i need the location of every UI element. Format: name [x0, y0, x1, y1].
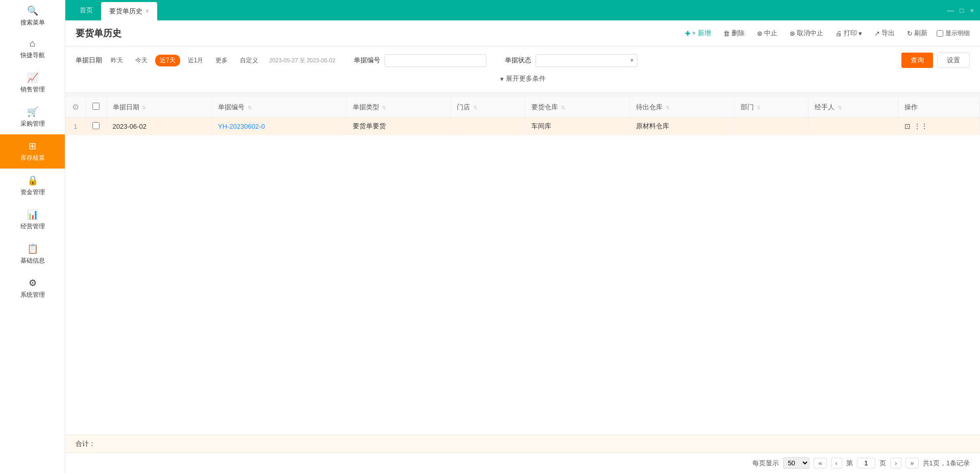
first-page-button[interactable]: «	[814, 458, 826, 468]
sort-req-warehouse-icon[interactable]: ⇅	[561, 105, 565, 110]
sidebar-item-finance[interactable]: 🔒 资金管理	[0, 169, 65, 203]
table-header-row: ⚙ 单据日期 ⇅ 单据编号 ⇅	[65, 97, 980, 117]
row-req-warehouse: 车间库	[525, 117, 630, 135]
date-filter-label: 单据日期	[76, 56, 102, 65]
sidebar-item-label: 库存核算	[20, 154, 45, 162]
next-page-button[interactable]: ›	[890, 458, 901, 468]
more-icon[interactable]: ⋮⋮	[914, 122, 928, 130]
date-btn-today[interactable]: 今天	[131, 55, 152, 66]
sort-handler-icon[interactable]: ⇅	[838, 105, 842, 110]
sales-icon: 📈	[27, 72, 38, 83]
pagination-bar: 每页显示 10 20 50 100 « ‹ 第 页 › » 共1页，1条记录	[65, 453, 980, 473]
purchase-icon: 🛒	[27, 106, 38, 117]
sidebar-item-quick-nav[interactable]: ⌂ 快捷导航	[0, 32, 65, 66]
expand-more-icon: ▾	[500, 75, 504, 83]
date-btn-yesterday[interactable]: 昨天	[106, 55, 128, 66]
table-container: ⚙ 单据日期 ⇅ 单据编号 ⇅	[65, 97, 980, 435]
inventory-icon: ⊞	[29, 140, 36, 152]
row-pending-warehouse: 原材料仓库	[629, 117, 734, 135]
settings-gear-icon[interactable]: ⚙	[72, 103, 79, 111]
sidebar-item-inventory[interactable]: ⊞ 库存核算	[0, 134, 65, 169]
last-page-button[interactable]: »	[905, 458, 918, 468]
delete-label: 删除	[731, 29, 745, 38]
cancel-stop-button[interactable]: ⊗ 取消中止	[787, 27, 826, 40]
display-detail-checkbox[interactable]: 显示明细	[937, 29, 970, 38]
sidebar-item-basic[interactable]: 📋 基础信息	[0, 237, 65, 271]
refresh-button[interactable]: ↻ 刷新	[904, 27, 930, 40]
basic-icon: 📋	[27, 243, 38, 254]
status-filter: 单据状态 ▾	[505, 54, 638, 67]
display-detail-input[interactable]	[937, 30, 943, 37]
row-doc-date: 2023-06-02	[106, 117, 212, 135]
window-maximize-icon[interactable]: □	[960, 7, 964, 14]
doc-number-input[interactable]	[384, 54, 486, 67]
sort-doc-no-icon[interactable]: ⇅	[248, 105, 252, 110]
sort-department-icon[interactable]: ⇅	[756, 105, 761, 110]
stop-icon: ⊗	[757, 30, 763, 37]
query-button[interactable]: 查询	[901, 53, 933, 68]
tab-close-icon[interactable]: ×	[145, 8, 149, 15]
delete-button[interactable]: 🗑 删除	[720, 27, 748, 40]
home-icon: ⌂	[30, 38, 35, 49]
table-area: ⚙ 单据日期 ⇅ 单据编号 ⇅	[65, 97, 980, 473]
date-btn-1month[interactable]: 近1月	[183, 55, 208, 66]
th-doc-date-label: 单据日期	[113, 103, 139, 111]
sidebar-item-label: 系统管理	[20, 291, 45, 299]
print-icon: 🖨	[836, 30, 842, 37]
sidebar-item-sales[interactable]: 📈 销售管理	[0, 66, 65, 100]
export-button[interactable]: ↗ 导出	[871, 27, 898, 40]
sort-doc-type-icon[interactable]: ⇅	[382, 105, 386, 110]
th-store-label: 门店	[457, 103, 470, 111]
sort-doc-date-icon[interactable]: ⇅	[142, 105, 146, 110]
date-filter: 单据日期 昨天 今天 近7天 近1月 更多 自定义 2023-05-27 至 2…	[76, 55, 335, 66]
tab-home[interactable]: 首页	[71, 0, 101, 20]
table-footer: 合计：	[65, 435, 980, 453]
row-select-checkbox[interactable]	[92, 122, 100, 129]
th-handler-label: 经手人	[815, 103, 835, 111]
sidebar-search[interactable]: 🔍 搜索菜单	[0, 0, 65, 32]
sidebar-item-purchase[interactable]: 🛒 采购管理	[0, 100, 65, 134]
setting-button[interactable]: 设置	[937, 53, 970, 68]
select-all-checkbox[interactable]	[92, 103, 100, 110]
status-select-wrapper: ▾	[535, 54, 638, 67]
filter-area: 单据日期 昨天 今天 近7天 近1月 更多 自定义 2023-05-27 至 2…	[65, 46, 980, 93]
view-icon[interactable]: ⊡	[904, 122, 911, 130]
stop-button[interactable]: ⊗ 中止	[754, 27, 780, 40]
page-suffix: 页	[879, 459, 886, 468]
print-dropdown-icon: ▾	[859, 30, 862, 37]
date-btn-more[interactable]: 更多	[211, 55, 232, 66]
print-label: 打印	[844, 29, 857, 38]
print-button[interactable]: 🖨 打印 ▾	[832, 27, 865, 40]
new-button[interactable]: ✚ + 新增	[682, 27, 714, 40]
total-info: 共1页，1条记录	[923, 459, 970, 468]
sidebar-item-system[interactable]: ⚙ 系统管理	[0, 271, 65, 305]
row-doc-no[interactable]: YH-20230602-0	[212, 117, 347, 135]
prev-page-button[interactable]: ‹	[831, 458, 842, 468]
sidebar-item-label: 快捷导航	[20, 51, 45, 60]
tab-active-label: 要货单历史	[109, 7, 142, 16]
page-content: 要货单历史 ✚ + 新增 🗑 删除 ⊗ 中止 ⊗ 取消中止	[65, 20, 980, 473]
date-btn-7days[interactable]: 近7天	[155, 55, 180, 66]
data-table: ⚙ 单据日期 ⇅ 单据编号 ⇅	[65, 97, 980, 135]
per-page-select[interactable]: 10 20 50 100	[783, 457, 810, 469]
sort-pending-warehouse-icon[interactable]: ⇅	[666, 105, 670, 110]
expand-more-label: 展开更多条件	[506, 74, 546, 83]
status-select[interactable]	[535, 54, 638, 67]
tab-active[interactable]: 要货单历史 ×	[101, 2, 157, 20]
tab-home-label: 首页	[80, 6, 93, 15]
filter-row: 单据日期 昨天 今天 近7天 近1月 更多 自定义 2023-05-27 至 2…	[76, 53, 970, 68]
date-options: 昨天 今天 近7天 近1月 更多 自定义	[106, 55, 263, 66]
th-checkbox	[86, 97, 106, 117]
page-number-input[interactable]	[857, 458, 875, 468]
table-body: 1 2023-06-02 YH-20230602-0 要货单要货 车间库 原材料…	[65, 117, 980, 135]
search-icon: 🔍	[27, 5, 38, 16]
window-close-icon[interactable]: ×	[970, 7, 974, 14]
system-icon: ⚙	[29, 277, 37, 289]
th-doc-no-label: 单据编号	[218, 103, 244, 111]
date-btn-custom[interactable]: 自定义	[235, 55, 263, 66]
sidebar-item-operation[interactable]: 📊 经营管理	[0, 203, 65, 237]
sort-store-icon[interactable]: ⇅	[473, 105, 477, 110]
th-operation: 操作	[898, 97, 979, 117]
window-minimize-icon[interactable]: —	[947, 7, 954, 14]
expand-more-button[interactable]: ▾ 展开更多条件	[76, 71, 970, 86]
